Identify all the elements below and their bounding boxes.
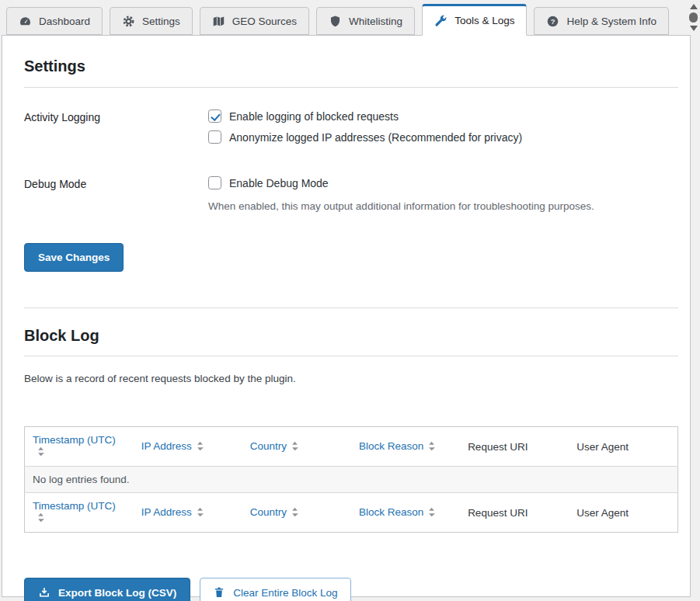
enable-debug-checkbox[interactable] <box>208 176 221 189</box>
gear-icon <box>122 15 135 28</box>
table-footer: Timestamp (UTC)IP AddressCountryBlock Re… <box>25 493 678 533</box>
export-block-log-button[interactable]: Export Block Log (CSV) <box>24 578 190 601</box>
column-header-block-reason[interactable]: Block Reason <box>351 493 460 533</box>
save-changes-button[interactable]: Save Changes <box>24 243 124 272</box>
sort-icon <box>197 507 204 519</box>
divider <box>24 356 678 356</box>
scroll-up-arrow-icon[interactable] <box>690 4 698 9</box>
divider <box>24 87 678 88</box>
column-label: Request URI <box>468 441 528 453</box>
column-label: Country <box>250 440 287 452</box>
block-log-table: Timestamp (UTC)IP AddressCountryBlock Re… <box>24 426 678 533</box>
table-body: No log entries found. <box>25 467 678 493</box>
column-label: Country <box>250 506 287 518</box>
scroll-down-arrow-icon[interactable] <box>690 26 698 31</box>
dashboard-icon <box>19 15 32 28</box>
svg-text:?: ? <box>551 17 555 25</box>
column-label: Timestamp (UTC) <box>33 434 116 446</box>
activity-logging-field: Enable logging of blocked requests Anony… <box>208 109 678 151</box>
table-header-row: Timestamp (UTC)IP AddressCountryBlock Re… <box>25 427 678 467</box>
sort-icon <box>291 441 298 453</box>
column-header-country[interactable]: Country <box>242 493 351 533</box>
column-header-ip-address[interactable]: IP Address <box>134 427 242 467</box>
block-log-heading: Block Log <box>24 325 678 346</box>
activity-logging-label: Activity Logging <box>24 109 208 151</box>
sort-icon <box>428 441 435 453</box>
column-label: User Agent <box>576 507 629 519</box>
tab-label: Whitelisting <box>349 16 402 27</box>
download-icon <box>38 586 50 599</box>
column-label: IP Address <box>141 440 192 452</box>
column-label: Block Reason <box>359 440 423 452</box>
tab-settings[interactable]: Settings <box>110 7 193 35</box>
column-header-ip-address[interactable]: IP Address <box>134 493 242 533</box>
trash-icon <box>213 586 225 599</box>
column-header-request-uri: Request URI <box>460 427 569 467</box>
column-header-country[interactable]: Country <box>242 427 351 467</box>
plugin-admin-page: DashboardSettingsGEO SourcesWhitelisting… <box>0 0 700 597</box>
shield-icon <box>329 15 342 28</box>
column-label: IP Address <box>141 506 192 518</box>
column-header-user-agent: User Agent <box>569 493 677 533</box>
tab-label: Help & System Info <box>566 16 656 27</box>
debug-mode-label: Debug Mode <box>24 176 208 212</box>
column-header-timestamp-utc[interactable]: Timestamp (UTC) <box>25 427 134 467</box>
tab-label: Settings <box>142 16 180 27</box>
help-icon: ? <box>546 15 559 28</box>
column-header-timestamp-utc[interactable]: Timestamp (UTC) <box>25 493 134 533</box>
checkbox-label: Anonymize logged IP addresses (Recommend… <box>229 131 522 144</box>
map-icon <box>212 15 225 28</box>
column-label: Request URI <box>468 507 528 519</box>
column-label: User Agent <box>576 441 629 453</box>
wrench-icon <box>434 14 448 27</box>
button-label: Export Block Log (CSV) <box>58 587 176 599</box>
sort-icon <box>37 512 44 525</box>
debug-mode-description: When enabled, this may output additional… <box>208 200 678 212</box>
tab-bar: DashboardSettingsGEO SourcesWhitelisting… <box>0 0 700 35</box>
tab-label: Dashboard <box>39 16 90 27</box>
checkbox-label: Enable logging of blocked requests <box>229 110 399 123</box>
sort-icon <box>428 507 435 519</box>
sort-icon <box>37 446 44 459</box>
settings-form: Activity Logging Enable logging of block… <box>24 97 678 224</box>
debug-mode-field: Enable Debug Mode When enabled, this may… <box>208 176 678 212</box>
empty-message: No log entries found. <box>25 467 678 493</box>
content-panel: Settings Activity Logging Enable logging… <box>2 35 691 597</box>
tab-label: GEO Sources <box>232 16 297 27</box>
checkbox-label: Enable Debug Mode <box>229 177 329 189</box>
settings-heading: Settings <box>24 56 678 76</box>
tab-dashboard[interactable]: Dashboard <box>6 7 103 35</box>
block-log-description: Below is a record of recent requests blo… <box>24 373 678 384</box>
enable-logging-checkbox[interactable] <box>208 109 221 123</box>
clear-block-log-button[interactable]: Clear Entire Block Log <box>200 578 350 601</box>
anonymize-ip-checkbox[interactable] <box>208 130 221 144</box>
tab-label: Tools & Logs <box>454 15 514 26</box>
column-header-user-agent: User Agent <box>569 427 677 467</box>
column-header-block-reason[interactable]: Block Reason <box>351 427 460 467</box>
table-row: No log entries found. <box>25 467 678 493</box>
tab-tools-logs[interactable]: Tools & Logs <box>422 4 527 36</box>
button-label: Clear Entire Block Log <box>233 587 337 599</box>
activity-logging-row: Activity Logging Enable logging of block… <box>24 97 678 164</box>
content-area: Settings Activity Logging Enable logging… <box>2 36 690 601</box>
scrollbar-thumb[interactable] <box>689 12 698 23</box>
anonymize-ip-option[interactable]: Anonymize logged IP addresses (Recommend… <box>208 130 678 144</box>
sort-icon <box>197 441 204 453</box>
tab-geo-sources[interactable]: GEO Sources <box>200 7 309 35</box>
enable-debug-option[interactable]: Enable Debug Mode <box>208 176 678 189</box>
table-header: Timestamp (UTC)IP AddressCountryBlock Re… <box>25 427 678 467</box>
sort-icon <box>291 507 298 519</box>
debug-mode-row: Debug Mode Enable Debug Mode When enable… <box>24 164 678 224</box>
tab-help-system-info[interactable]: ?Help & System Info <box>534 7 669 35</box>
divider <box>24 307 678 308</box>
block-log-actions: Export Block Log (CSV) Clear Entire Bloc… <box>24 578 678 601</box>
scrollbar[interactable] <box>687 0 700 35</box>
enable-logging-option[interactable]: Enable logging of blocked requests <box>208 109 678 123</box>
column-header-request-uri: Request URI <box>460 493 569 533</box>
column-label: Block Reason <box>359 506 423 518</box>
tab-whitelisting[interactable]: Whitelisting <box>316 7 415 35</box>
table-header-row: Timestamp (UTC)IP AddressCountryBlock Re… <box>25 493 678 533</box>
column-label: Timestamp (UTC) <box>33 500 116 512</box>
